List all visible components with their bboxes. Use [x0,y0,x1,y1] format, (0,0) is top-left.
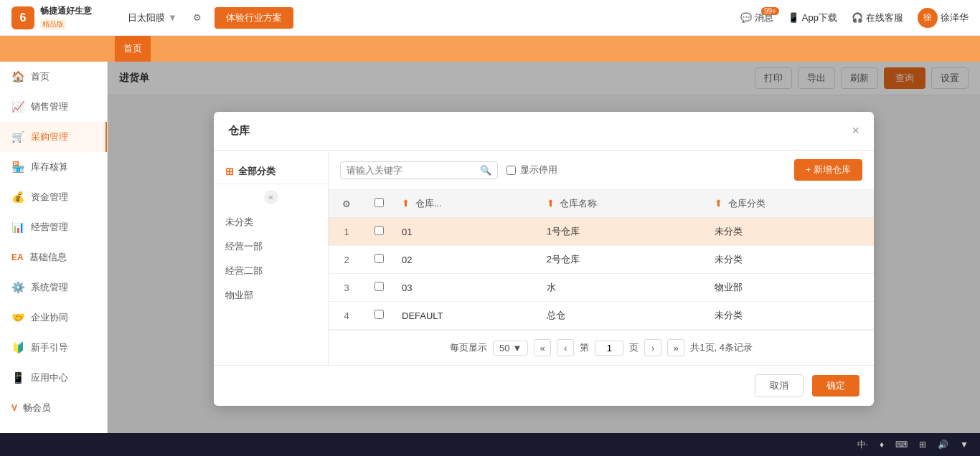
home-icon: 🏠 [11,70,25,83]
vip-icon: V [11,403,17,413]
row-checkbox[interactable] [364,218,393,246]
row-code: DEFAULT [393,302,538,330]
search-box: 🔍 [340,161,498,179]
row-checkbox-input[interactable] [374,282,384,291]
store-selector[interactable]: 日太阳膜 ▼ [119,11,186,24]
per-page-select[interactable]: 50 ▼ [493,341,528,356]
row-name: 2号仓库 [538,246,706,274]
headset-icon: 🎧 [852,12,863,23]
sidebar-collapse-btn[interactable]: « [264,190,278,204]
warehouse-table: ⚙ ⬆ 仓库... [329,190,874,330]
sidebar-item-system[interactable]: ⚙️ 系统管理 [0,272,107,303]
add-warehouse-btn[interactable]: + 新增仓库 [794,159,862,181]
guide-icon: 🔰 [11,341,25,354]
dropdown-arrow-icon: ▼ [512,343,522,353]
appstore-icon: 📱 [11,371,25,384]
sidebar-item-basic-info[interactable]: EA 基础信息 [0,242,107,272]
enterprise-icon: 🤝 [11,311,25,324]
purchase-icon: 🛒 [11,130,25,143]
sidebar-item-inventory[interactable]: 🏪 库存核算 [0,152,107,182]
search-input[interactable] [347,165,480,176]
bottom-arrow-icon[interactable]: ▼ [960,440,969,450]
logo-icon: 6 [11,6,34,29]
table-row[interactable]: 1 01 1号仓库 未分类 [329,218,874,246]
online-service-item[interactable]: 🎧 在线客服 [852,11,903,24]
bottom-keyboard-icon[interactable]: ⌨ [895,440,908,450]
sort-icon-name: ⬆ [547,198,555,209]
row-num: 3 [329,274,364,302]
row-checkbox[interactable] [364,246,393,274]
sub-nav: 首页 [0,36,980,62]
disabled-checkbox-input[interactable] [507,166,516,175]
subnav-home[interactable]: 首页 [115,36,151,62]
show-disabled-checkbox[interactable]: 显示停用 [507,163,557,176]
sort-icon-code: ⬆ [402,198,410,209]
row-checkbox-input[interactable] [374,310,384,319]
sort-icon-category: ⬆ [715,198,722,209]
prev-page-btn[interactable]: ‹ [557,339,574,356]
bottom-grid-icon[interactable]: ⊞ [919,440,926,450]
select-all-checkbox[interactable] [374,198,384,207]
logo-badge: 精品版 [40,19,66,30]
modal-sidebar: ⊞ 全部分类 « 未分类 经营一部 经营二部 物业部 [214,151,329,365]
sidebar-item-finance[interactable]: 💰 资金管理 [0,182,107,212]
col-code-header: ⬆ 仓库... [393,190,538,218]
row-name: 1号仓库 [538,218,706,246]
modal-category-property[interactable]: 物业部 [214,283,328,308]
modal-category-unclassified[interactable]: 未分类 [214,210,328,234]
row-category: 未分类 [706,302,874,330]
warehouse-modal: 仓库 × ⊞ 全部分类 « 未分类 经营一部 经营二部 [214,112,874,406]
col-checkbox-header[interactable] [364,190,393,218]
modal-sidebar-header: ⊞ 全部分类 [214,159,328,184]
row-code: 02 [393,246,538,274]
sidebar-item-sales[interactable]: 📈 销售管理 [0,92,107,122]
table-row[interactable]: 2 02 2号仓库 未分类 [329,246,874,274]
cancel-button[interactable]: 取消 [755,374,804,397]
row-checkbox-input[interactable] [374,226,384,235]
bottom-volume-icon[interactable]: 🔊 [938,440,948,450]
settings-icon[interactable]: ⚙ [186,6,209,29]
row-checkbox[interactable] [364,302,393,330]
col-settings-header[interactable]: ⚙ [329,190,364,218]
sidebar-item-home[interactable]: 🏠 首页 [0,62,107,92]
sales-icon: 📈 [11,100,25,113]
first-page-btn[interactable]: « [534,339,551,356]
row-name: 水 [538,274,706,302]
modal-close-button[interactable]: × [852,123,859,138]
modal-category-ops2[interactable]: 经营二部 [214,259,328,283]
bottom-bar: 中· ♦ ⌨ ⊞ 🔊 ▼ [0,433,980,456]
row-checkbox[interactable] [364,274,393,302]
table-row[interactable]: 3 03 水 物业部 [329,274,874,302]
main-layout: 🏠 首页 📈 销售管理 🛒 采购管理 🏪 库存核算 💰 资金管理 📊 经营管理 … [0,62,980,456]
modal-category-ops1[interactable]: 经营一部 [214,234,328,259]
sidebar-item-vip[interactable]: V 畅会员 [0,393,107,423]
store-dropdown-icon: ▼ [168,12,177,23]
logo-area: 6 畅捷通好生意 精品版 [11,5,119,30]
notification-badge: 99+ [761,7,779,15]
sidebar-item-enterprise[interactable]: 🤝 企业协同 [0,303,107,333]
mobile-icon: 📱 [788,12,799,23]
sidebar-item-guide[interactable]: 🔰 新手引导 [0,333,107,363]
notification-item[interactable]: 💬 消息 99+ [740,11,773,24]
logo-text: 畅捷通好生意 精品版 [40,5,92,30]
row-checkbox-input[interactable] [374,254,384,263]
modal-footer: 取消 确定 [214,365,874,406]
table-row[interactable]: 4 DEFAULT 总仓 未分类 [329,302,874,330]
sidebar-item-purchase[interactable]: 🛒 采购管理 [0,122,107,152]
sidebar-item-appstore[interactable]: 📱 应用中心 [0,363,107,393]
sidebar-item-management[interactable]: 📊 经营管理 [0,212,107,242]
experience-button[interactable]: 体验行业方案 [215,7,293,29]
bottom-icon1[interactable]: ♦ [880,440,884,450]
search-icon[interactable]: 🔍 [480,165,491,176]
content-area: 进货单 打印 导出 刷新 查询 设置 仓库 × [108,62,980,456]
page-number-input[interactable] [595,341,623,356]
confirm-button[interactable]: 确定 [812,375,859,396]
avatar: 徐 [918,8,938,28]
inventory-icon: 🏪 [11,161,25,174]
next-page-btn[interactable]: › [644,339,661,356]
last-page-btn[interactable]: » [667,339,684,356]
nav-right: 💬 消息 99+ 📱 App下载 🎧 在线客服 徐 徐泽华 [740,8,969,28]
app-download-item[interactable]: 📱 App下载 [788,11,837,24]
user-avatar[interactable]: 徐 徐泽华 [918,8,969,28]
bottom-lang[interactable]: 中· [857,439,868,451]
